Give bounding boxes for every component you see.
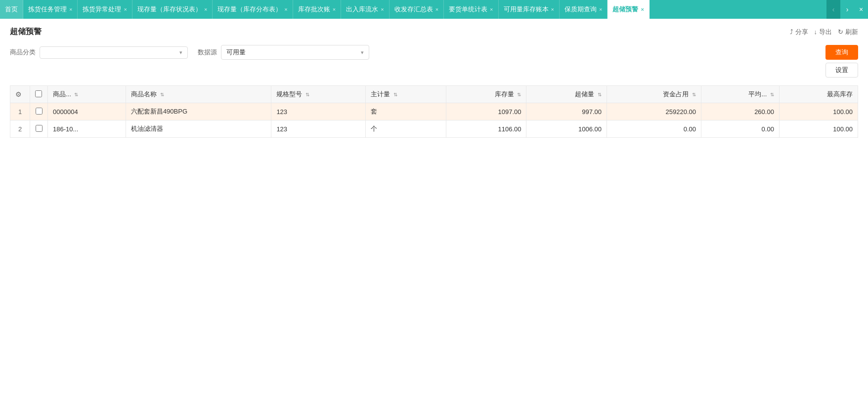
nav-quality-check[interactable]: 保质期查询 × [560, 0, 608, 19]
page-title: 超储预警 [10, 27, 42, 37]
refresh-button[interactable]: ↻ 刷新 [838, 28, 858, 37]
sort-icon: ⇅ [74, 92, 78, 97]
th-spec[interactable]: 规格型号 ⇅ [271, 86, 366, 103]
cell-product-name: 机油滤清器 [126, 120, 271, 138]
nav-inout-flow[interactable]: 出入库流水 × [341, 0, 389, 19]
row-num: 2 [10, 120, 30, 138]
cell-unit: 套 [366, 103, 446, 120]
action-buttons: 查询 设置 [825, 45, 858, 78]
table-row: 2 186-10... 机油滤清器 123 个 1106.00 1006.00 … [10, 120, 858, 138]
nav-collect-send[interactable]: 收发存汇总表 × [390, 0, 444, 19]
nav-inventory-dist[interactable]: 现存量（库存分布表） × [213, 0, 293, 19]
close-icon[interactable]: × [381, 6, 384, 12]
cell-stock: 1097.00 [446, 103, 526, 120]
nav-picking-exception[interactable]: 拣货异常处理 × [78, 0, 132, 19]
query-button[interactable]: 查询 [825, 45, 858, 60]
th-product-code[interactable]: 商品... ⇅ [48, 86, 126, 103]
row-checkbox-cell [30, 120, 48, 138]
export-button[interactable]: ↓ 导出 [814, 28, 832, 37]
th-stock[interactable]: 库存量 ⇅ [446, 86, 526, 103]
table-row: 1 0000004 六配套新昌490BPG 123 套 1097.00 997.… [10, 103, 858, 120]
sort-icon: ⇅ [517, 92, 521, 97]
nav-prev-button[interactable]: ‹ [826, 0, 840, 19]
close-icon[interactable]: × [333, 6, 336, 12]
settings-button[interactable]: 设置 [825, 63, 858, 78]
share-icon: ⤴ [790, 28, 793, 36]
gear-icon[interactable]: ⚙ [15, 90, 22, 98]
close-icon[interactable]: × [551, 6, 554, 12]
nav-overstock-warning[interactable]: 超储预警 × [608, 0, 649, 19]
row-checkbox[interactable] [36, 108, 43, 115]
cell-max-stock: 100.00 [779, 120, 858, 138]
th-capital[interactable]: 资金占用 ⇅ [607, 86, 701, 103]
close-icon[interactable]: × [124, 6, 127, 12]
th-avg[interactable]: 平均... ⇅ [701, 86, 780, 103]
close-icon[interactable]: × [69, 6, 72, 12]
cell-overstock: 997.00 [526, 103, 607, 120]
chevron-down-icon: ▾ [179, 49, 182, 56]
nav-picking-tasks[interactable]: 拣货任务管理 × [23, 0, 78, 19]
cell-unit: 个 [366, 120, 446, 138]
top-nav: 首页 拣货任务管理 × 拣货异常处理 × 现存量（库存状况表） × 现存量（库存… [0, 0, 868, 19]
cell-spec: 123 [271, 103, 366, 120]
th-gear: ⚙ [10, 86, 30, 103]
close-icon[interactable]: × [599, 6, 602, 12]
row-checkbox[interactable] [36, 125, 43, 132]
cell-max-stock: 100.00 [779, 103, 858, 120]
sort-icon: ⇅ [160, 92, 164, 97]
close-icon[interactable]: × [641, 6, 644, 12]
cell-capital: 259220.00 [607, 103, 701, 120]
nav-available-stock[interactable]: 可用量库存账本 × [499, 0, 560, 19]
nav-arrows: ‹ › × [826, 0, 868, 19]
chevron-down-icon: ▾ [361, 49, 364, 56]
close-icon[interactable]: × [284, 6, 287, 12]
sort-icon: ⇅ [305, 92, 309, 97]
cell-product-name: 六配套新昌490BPG [126, 103, 271, 120]
datasource-select[interactable]: 可用量 ▾ [221, 45, 369, 60]
close-icon[interactable]: × [435, 6, 438, 12]
sort-icon: ⇅ [393, 92, 397, 97]
nav-order-stats[interactable]: 要货单统计表 × [444, 0, 498, 19]
nav-next-button[interactable]: › [840, 0, 854, 19]
sort-icon: ⇅ [770, 92, 774, 97]
nav-home[interactable]: 首页 [0, 0, 23, 19]
select-all-checkbox[interactable] [35, 90, 42, 97]
category-select[interactable]: ▾ [40, 46, 188, 59]
cell-avg: 0.00 [701, 120, 780, 138]
nav-inventory-batch[interactable]: 库存批次账 × [293, 0, 341, 19]
header-actions: ⤴ 分享 ↓ 导出 ↻ 刷新 [790, 28, 859, 37]
cell-product-code: 0000004 [48, 103, 126, 120]
close-icon[interactable]: × [490, 6, 493, 12]
refresh-icon: ↻ [838, 28, 843, 36]
category-label: 商品分类 [10, 48, 36, 57]
cell-stock: 1106.00 [446, 120, 526, 138]
close-icon[interactable]: × [204, 6, 207, 12]
page-content: 超储预警 ⤴ 分享 ↓ 导出 ↻ 刷新 商品分类 ▾ [0, 19, 868, 395]
nav-inventory-status[interactable]: 现存量（库存状况表） × [132, 0, 213, 19]
datasource-filter: 数据源 可用量 ▾ [198, 45, 369, 60]
datasource-label: 数据源 [198, 48, 217, 57]
page-header: 超储预警 ⤴ 分享 ↓ 导出 ↻ 刷新 [10, 27, 858, 37]
data-table: ⚙ 商品... ⇅ 商品名称 ⇅ 规格型号 ⇅ 主计量 [10, 85, 858, 138]
export-icon: ↓ [814, 28, 818, 36]
th-product-name[interactable]: 商品名称 ⇅ [126, 86, 271, 103]
cell-product-code: 186-10... [48, 120, 126, 138]
sort-icon: ⇅ [692, 92, 696, 97]
row-num: 1 [10, 103, 30, 120]
table-header-row: ⚙ 商品... ⇅ 商品名称 ⇅ 规格型号 ⇅ 主计量 [10, 86, 858, 103]
th-overstock[interactable]: 超储量 ⇅ [526, 86, 607, 103]
cell-spec: 123 [271, 120, 366, 138]
th-unit[interactable]: 主计量 ⇅ [366, 86, 446, 103]
th-checkbox [30, 86, 48, 103]
cell-avg: 260.00 [701, 103, 780, 120]
sort-icon: ⇅ [598, 92, 602, 97]
share-button[interactable]: ⤴ 分享 [790, 28, 808, 37]
category-filter: 商品分类 ▾ [10, 46, 188, 59]
cell-capital: 0.00 [607, 120, 701, 138]
cell-overstock: 1006.00 [526, 120, 607, 138]
datasource-value: 可用量 [226, 48, 246, 57]
nav-close-button[interactable]: × [854, 0, 868, 19]
th-max-stock[interactable]: 最高库存 [779, 86, 858, 103]
row-checkbox-cell [30, 103, 48, 120]
